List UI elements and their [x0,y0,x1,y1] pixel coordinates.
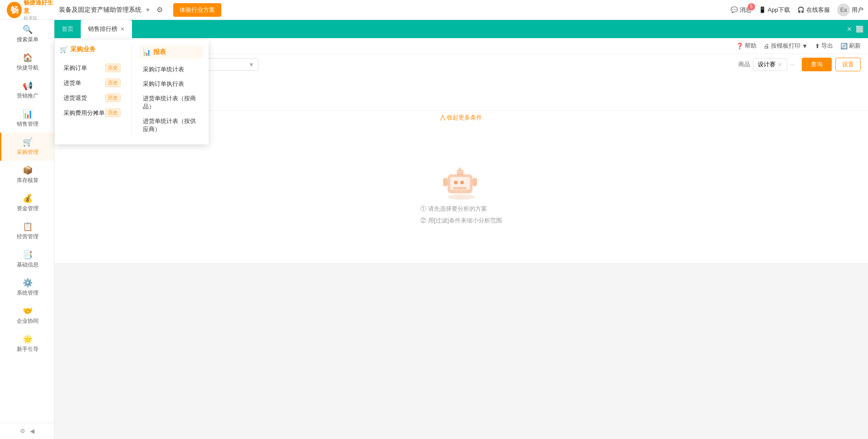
sidebar-item-enterprise[interactable]: 🤝 企业协同 [0,301,54,330]
export-btn[interactable]: ⬆ 导出 [815,42,833,50]
sidebar-item-search[interactable]: 🔍 搜索菜单 [0,20,54,48]
finance-icon: 💰 [23,193,33,203]
sidebar-item-operations[interactable]: 📋 经营管理 [0,217,54,245]
user-item[interactable]: Ea 用户 [837,4,863,16]
top-bar-title: 装备及固定资产辅助管理系统 ▼ ⚙ 体验行业方案 [59,3,731,17]
help-btn[interactable]: ❓ 帮助 [736,42,756,50]
tab-home[interactable]: 首页 [54,20,81,38]
svg-point-3 [454,181,458,184]
doc-status-filter: 单据状态 请选择 ▼ [160,58,731,71]
print-btn[interactable]: 🖨 按模板打印 ▼ [764,42,808,50]
export-icon: ⬆ [815,43,820,49]
search-icon: 🔍 [23,25,33,35]
sidebar: 🔍 搜索菜单 🏠 快捷导航 📢 营销推广 📊 销售管理 🛒 采购管理 📦 库存核… [0,20,54,439]
popup-item-purchase-order[interactable]: 采购订单 历史 [60,61,124,75]
popup-item-order-stats[interactable]: 采购订单统计表 [139,63,204,76]
sidebar-item-marketing[interactable]: 📢 营销推广 [0,76,54,104]
tab-maximize-controls: ✕ ⬜ [842,25,868,33]
svg-point-4 [460,181,464,184]
popup-item-stock-in[interactable]: 进货单 历史 [60,76,124,90]
top-right: 💬 消息 5 📱 App下载 🎧 在线客服 Ea 用户 [731,4,863,16]
query-button[interactable]: 查询 [802,58,832,71]
sidebar-bottom: ⚙ ◀ [0,423,54,439]
purchase-col-icon: 🛒 [60,46,68,53]
empty-state: ① 请先选择要分析的方案 ② 用[过滤]条件来缩小分析范围 [54,124,868,263]
logo: 畅 畅捷通好生意 标准版 [5,0,59,21]
settings-icon-button[interactable]: ⚙ [154,3,165,16]
popup-item-order-exec[interactable]: 采购订单执行表 [139,77,204,91]
staff-filter: 业务员 ··· [150,81,861,89]
popup-item-stock-stats-supplier[interactable]: 进货单统计表（按供应商） [139,114,204,136]
goods-filter: 商品 设计赛 ✕ ··· [738,58,795,71]
settings-button[interactable]: 设置 [835,58,861,71]
popup-col-report: 📊 报表 采购订单统计表 采购订单执行表 进货单统计表（按商品） 进货单统计表（… [134,45,209,137]
basic-icon: 📑 [23,250,33,260]
tab-close-icon[interactable]: ✕ [120,26,125,32]
avatar: Ea [837,4,850,16]
popup-item-stock-return[interactable]: 进货退货 历史 [60,91,124,105]
svg-point-0 [448,194,475,200]
goods-more-icon[interactable]: ··· [790,61,795,68]
industry-btn[interactable]: 体验行业方案 [173,3,221,17]
top-bar: 畅 畅捷通好生意 标准版 装备及固定资产辅助管理系统 ▼ ⚙ 体验行业方案 💬 … [0,0,868,20]
popup-item-stock-stats-goods[interactable]: 进货单统计表（按商品） [139,92,204,113]
popup-columns: 🛒 采购业务 采购订单 历史 进货单 历史 进货退货 历史 采购费用分摊单 历史 [54,45,209,137]
tab-sales-rank[interactable]: 销售排行榜 ✕ [81,20,132,38]
home-icon: 🏠 [23,53,33,63]
phone-icon: 📱 [759,6,766,13]
sidebar-item-finance[interactable]: 💰 资金管理 [0,189,54,217]
close-window-icon[interactable]: ✕ [847,25,852,33]
message-item[interactable]: 💬 消息 5 [731,6,751,14]
print-arrow-icon: ▼ [802,43,808,49]
goods-tag: 设计赛 ✕ [753,58,787,71]
svg-rect-7 [453,187,467,189]
message-icon: 💬 [731,6,738,13]
headset-icon: 🎧 [797,6,805,13]
enterprise-icon: 🤝 [23,306,33,316]
sidebar-item-basic[interactable]: 📑 基础信息 [0,245,54,273]
sidebar-item-inventory[interactable]: 📦 库存核算 [0,161,54,189]
sidebar-item-sales[interactable]: 📊 销售管理 [0,104,54,133]
app-download-item[interactable]: 📱 App下载 [759,6,790,14]
sales-icon: 📊 [23,109,33,119]
inventory-icon: 📦 [23,165,33,175]
message-badge: 5 [748,3,755,10]
sidebar-settings-icon[interactable]: ⚙ [20,428,25,434]
app-name: 畅捷通好生意 [24,0,57,15]
popup-report-title: 📊 报表 [139,45,204,59]
select-arrow-icon: ▼ [249,61,254,68]
title-arrow-icon[interactable]: ▼ [145,7,151,13]
popup-col-purchase: 🛒 采购业务 采购订单 历史 进货单 历史 进货退货 历史 采购费用分摊单 历史 [54,45,130,137]
svg-rect-5 [443,178,448,186]
refresh-btn[interactable]: 🔄 刷新 [840,42,861,50]
popup-purchase-title: 🛒 采购业务 [60,45,124,56]
svg-rect-8 [457,170,463,175]
sidebar-item-shortcut[interactable]: 🏠 快捷导航 [0,48,54,76]
sys-title: 装备及固定资产辅助管理系统 [59,6,141,14]
sidebar-item-system[interactable]: ⚙️ 系统管理 [0,273,54,301]
marketing-icon: 📢 [23,81,33,91]
goods-tag-close-icon[interactable]: ✕ [777,61,782,68]
sidebar-item-purchase[interactable]: 🛒 采购管理 [0,133,54,161]
empty-tips: ① 请先选择要分析的方案 ② 用[过滤]条件来缩小分析范围 [420,203,502,227]
operations-icon: 📋 [23,222,33,232]
sidebar-item-guide[interactable]: 🌟 新手引导 [0,330,54,358]
svg-point-9 [458,168,461,170]
system-icon: ⚙️ [23,278,33,288]
maximize-icon[interactable]: ⬜ [856,25,863,33]
svg-rect-6 [473,178,477,186]
tabs-bar: 首页 销售排行榜 ✕ ✕ ⬜ [54,20,868,38]
sidebar-collapse-icon[interactable]: ◀ [30,428,34,434]
empty-illustration [434,161,488,203]
popup-item-cost-alloc[interactable]: 采购费用分摊单 历史 [60,106,124,120]
guide-icon: 🌟 [23,334,33,344]
popup-menu: 🛒 采购业务 采购订单 历史 进货单 历史 进货退货 历史 采购费用分摊单 历史 [54,40,209,144]
action-buttons: 查询 设置 [802,58,861,71]
report-col-icon: 📊 [143,49,151,56]
help-icon: ❓ [736,43,743,49]
popup-divider [132,45,132,137]
chevron-up-icon: ⋀ [440,114,445,121]
app-version: 标准版 [24,15,57,21]
online-service-item[interactable]: 🎧 在线客服 [797,6,830,14]
print-icon: 🖨 [764,43,770,49]
